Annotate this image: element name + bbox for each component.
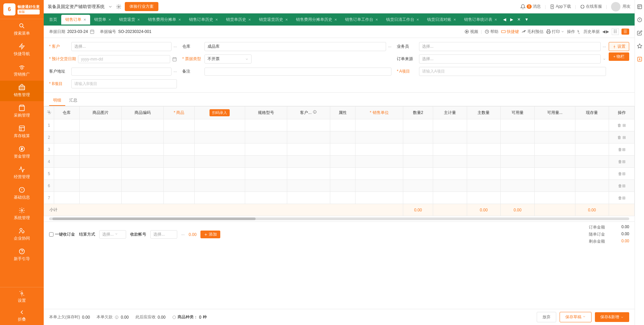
panel-icon-5[interactable] <box>636 55 644 64</box>
order-source-input[interactable]: 选择... <box>419 54 601 64</box>
row-2-delete-btn[interactable]: 🗑 <box>617 135 621 140</box>
row-5-code[interactable] <box>121 168 163 180</box>
tab-sales-order[interactable]: 销售订单 ✕ <box>61 15 90 25</box>
row-1-copy-btn[interactable]: ⊞ <box>622 123 626 128</box>
row-2-customer-code[interactable] <box>287 131 330 144</box>
row-2-available2[interactable] <box>534 131 575 144</box>
customer-input[interactable]: 选择... <box>71 42 172 51</box>
more-actions-btn[interactable]: 操作 <box>567 29 575 35</box>
row-5-mq[interactable] <box>467 168 500 180</box>
panel-icon-3[interactable] <box>636 29 644 38</box>
sidebar-item-guide[interactable]: 新手引导 <box>0 245 44 265</box>
tab-order-workbench-close[interactable]: ✕ <box>375 18 378 22</box>
row-1-warehouse[interactable] <box>54 119 80 131</box>
next-record-btn[interactable]: ▶ <box>606 29 609 34</box>
row-1-qty2[interactable] <box>403 119 433 131</box>
row-1-unit[interactable] <box>355 119 403 131</box>
sidebar-item-search[interactable]: 搜索菜单 <box>0 19 44 40</box>
tab-invoice-history-close[interactable]: ✕ <box>248 18 251 22</box>
salesperson-input[interactable]: 选择... <box>419 42 601 51</box>
tab-sales-history[interactable]: 销售订单历史 ✕ <box>185 15 222 25</box>
row-5-ccode[interactable] <box>287 168 330 180</box>
row-2-product[interactable] <box>163 131 194 144</box>
row-6-product[interactable] <box>163 180 194 192</box>
row-4-mu[interactable] <box>433 156 467 168</box>
row-6-stk[interactable] <box>575 180 609 192</box>
sidebar-item-quick[interactable]: 快捷导航 <box>0 40 44 60</box>
row-5-av[interactable] <box>501 168 534 180</box>
row-3-code[interactable] <box>121 144 163 156</box>
row-2-unit[interactable] <box>355 131 403 144</box>
row-1-available[interactable] <box>501 119 534 131</box>
print-btn[interactable]: 打印 <box>546 29 564 35</box>
invoice-select[interactable]: 不开票 <box>204 54 252 64</box>
row-5-attr[interactable] <box>330 168 355 180</box>
save-new-btn[interactable]: 保存&新增 <box>595 312 629 322</box>
save-draft-btn[interactable]: 保存草稿 <box>560 312 592 322</box>
row-4-mq[interactable] <box>467 156 500 168</box>
row-6-code[interactable] <box>121 180 163 192</box>
list-view-btn[interactable]: ☰ <box>621 29 629 35</box>
online-service-btn[interactable]: 在线客服 <box>580 4 602 9</box>
row-5-av2[interactable] <box>534 168 575 180</box>
row-6-mu[interactable] <box>433 180 467 192</box>
row-6-av[interactable] <box>501 180 534 192</box>
add-col-btn[interactable]: + 物栏 <box>609 52 629 61</box>
warehouse-input[interactable]: 成品库 <box>204 42 386 51</box>
row-4-stk[interactable] <box>575 156 609 168</box>
row-4-qty2[interactable] <box>403 156 433 168</box>
row-1-customer-code[interactable] <box>287 119 330 131</box>
row-5-image[interactable] <box>79 168 121 180</box>
salesperson-more-btn[interactable]: ··· <box>603 44 606 49</box>
horizontal-scrollbar[interactable] <box>49 217 629 220</box>
tab-order-workbench[interactable]: 销售订单工作台 ✕ <box>341 15 382 25</box>
calendar-icon[interactable] <box>90 29 94 34</box>
row-3-copy-btn[interactable]: ⊞ <box>622 147 626 152</box>
tab-reconcile-close[interactable]: ✕ <box>453 18 456 22</box>
row-3-mq[interactable] <box>467 144 500 156</box>
account-more-btn[interactable]: ··· <box>181 232 185 237</box>
tab-statistics-close[interactable]: ✕ <box>494 18 497 22</box>
settings-col-btn[interactable]: 设置 <box>609 42 629 51</box>
tab-prev-btn[interactable]: ◀ <box>501 16 508 23</box>
row-5-delete-btn[interactable]: 🗑 <box>618 171 622 176</box>
row-1-attribute[interactable] <box>330 119 355 131</box>
remark-input[interactable] <box>204 68 391 76</box>
project-a-input[interactable]: 请输入A项目 <box>419 67 606 76</box>
shortcut-btn[interactable]: 快捷键 <box>501 29 519 35</box>
tab-sales-return-close[interactable]: ✕ <box>137 18 140 22</box>
row-6-spec[interactable] <box>245 180 287 192</box>
panel-icon-1[interactable] <box>636 3 644 12</box>
row-6-mq[interactable] <box>467 180 500 192</box>
row-1-product[interactable] <box>163 119 194 131</box>
sidebar-item-finance[interactable]: 资金管理 <box>0 142 44 163</box>
row-6-image[interactable] <box>79 180 121 192</box>
row-4-spec[interactable] <box>245 156 287 168</box>
row-1-spec[interactable] <box>245 119 287 131</box>
tab-close-all-btn[interactable]: ✕ <box>515 16 523 23</box>
row-7-unit[interactable] <box>355 192 403 204</box>
row-6-unit[interactable] <box>355 180 403 192</box>
tab-expense-history-close[interactable]: ✕ <box>334 18 337 22</box>
row-2-warehouse[interactable] <box>54 131 80 144</box>
tab-sales-invoice-close[interactable]: ✕ <box>108 18 111 22</box>
calendar-icon-2[interactable] <box>172 57 177 62</box>
row-7-stk[interactable] <box>575 192 609 204</box>
row-6-qty2[interactable] <box>403 180 433 192</box>
add-payment-btn[interactable]: 添加 <box>200 231 220 238</box>
row-7-product[interactable] <box>163 192 194 204</box>
row-4-unit[interactable] <box>355 156 403 168</box>
row-7-attr[interactable] <box>330 192 355 204</box>
notification-area[interactable]: 8 消息 <box>520 4 541 9</box>
sidebar-item-system[interactable]: 系统管理 <box>0 204 44 224</box>
row-5-product[interactable] <box>163 168 194 180</box>
grid-view-btn[interactable]: ☷ <box>612 28 619 35</box>
row-7-delete-btn[interactable]: 🗑 <box>618 196 622 200</box>
user-area[interactable]: 用友 <box>611 2 631 11</box>
sidebar-item-inventory[interactable]: 库存核算 <box>0 122 44 142</box>
row-6-attr[interactable] <box>330 180 355 192</box>
sidebar-collapse-btn[interactable]: 折叠 <box>0 306 44 325</box>
row-1-main-unit[interactable] <box>433 119 467 131</box>
row-7-copy-btn[interactable]: ⊞ <box>622 196 626 200</box>
table-tab-detail[interactable]: 明细 <box>49 95 65 106</box>
